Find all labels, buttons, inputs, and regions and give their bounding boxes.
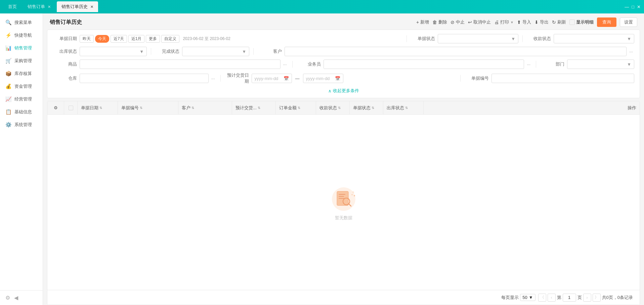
refresh-button[interactable]: ↻ 刷新 [552,19,566,25]
date-btn-today[interactable]: 今天 [95,35,109,43]
query-button[interactable]: 查询 [597,17,616,27]
salesman-select[interactable] [324,60,524,69]
th-date[interactable]: 单据日期 ⇅ [78,101,118,114]
th-amount-label: 订单金额 [279,105,297,111]
th-number[interactable]: 单据编号 ⇅ [118,101,178,114]
toolbar: + 新增 🗑 删除 ⊘ 中止 ↩ 取消中止 🖨 打印 [416,17,637,27]
department-dropdown-icon: ▼ [627,62,631,67]
department-select[interactable]: ▼ [567,60,634,69]
prev-page-button[interactable]: ‹ [548,294,556,302]
sidebar-item-system[interactable]: ⚙️ 系统管理 [0,118,43,131]
sidebar: 🔍 搜索菜单 ⚡ 快捷导航 📊 销售管理 🛒 采购管理 📦 库存核算 💰 资金管… [0,13,43,305]
th-bill-status-sort-icon[interactable]: ⇅ [372,106,374,110]
date-filter-label: 单据日期 [53,36,80,42]
show-detail-toggle[interactable]: 显示明细 [569,19,594,25]
date-btn-custom[interactable]: 自定义 [161,35,179,43]
date-btn-more[interactable]: 更多 [146,35,160,43]
cancel-stop-button[interactable]: ↩ 取消中止 [468,19,491,25]
date-btn-yesterday[interactable]: 昨天 [80,35,94,43]
th-settings[interactable]: ⚙ [47,101,64,114]
bill-number-input[interactable] [491,74,634,83]
th-bill-status[interactable]: 单据状态 ⇅ [350,101,383,114]
sidebar-settings-icon[interactable]: ⚙ [5,295,10,301]
sidebar-collapse-icon[interactable]: ◀ [14,295,18,301]
sidebar-item-basic-info[interactable]: 📋 基础信息 [0,106,43,118]
table-header: ⚙ 单据日期 ⇅ 单据编号 ⇅ 客户 ⇅ 预计交货... [47,101,640,115]
add-button[interactable]: + 新增 [416,19,429,25]
tab-sales-order-close[interactable]: ✕ [48,5,51,9]
settings-gear-icon[interactable]: ⚙ [54,105,58,110]
sidebar-item-inventory[interactable]: 📦 库存核算 [0,67,43,80]
tab-sales-order-history-close[interactable]: ✕ [90,5,93,9]
calendar-to-icon[interactable]: 📅 [335,76,340,81]
tab-sales-order[interactable]: 销售订单 ✕ [23,1,55,12]
th-pay-status[interactable]: 收款状态 ⇅ [316,101,350,114]
th-delivery-sort-icon[interactable]: ⇅ [258,106,260,110]
warehouse-select[interactable] [80,74,209,83]
add-label: 新增 [420,19,429,25]
sidebar-item-finance[interactable]: 💰 资金管理 [0,80,43,93]
bill-status-select[interactable]: ▼ [438,34,518,43]
customer-ellipsis[interactable]: ··· [628,49,634,54]
th-check[interactable] [64,101,78,114]
delivery-date-from[interactable]: yyyy-mm-dd 📅 [252,74,292,83]
sidebar-item-operations[interactable]: 📈 经营管理 [0,93,43,106]
sidebar-item-basic-info-label: 基础信息 [14,109,32,115]
minimize-icon[interactable]: — [625,4,629,9]
sidebar-item-sales[interactable]: 📊 销售管理 [0,42,43,54]
th-amount[interactable]: 订单金额 ⇅ [276,101,316,114]
sidebar-item-purchase[interactable]: 🛒 采购管理 [0,54,43,67]
select-all-checkbox[interactable] [69,106,73,110]
first-page-button[interactable]: 《 [538,294,546,302]
export-button[interactable]: ⬇ 导出 [534,19,549,25]
th-number-sort-icon[interactable]: ⇅ [140,106,142,110]
delivery-date-to[interactable]: yyyy-mm-dd 📅 [303,74,343,83]
empty-text: 暂无数据 [335,215,352,221]
pay-status-select[interactable]: ▼ [554,34,634,43]
collapse-button[interactable]: ∧ 收起更多条件 [53,88,634,94]
th-amount-sort-icon[interactable]: ⇅ [298,106,300,110]
out-status-select[interactable]: ▼ [80,47,147,56]
calendar-from-icon[interactable]: 📅 [284,76,289,81]
th-date-sort-icon[interactable]: ⇅ [99,106,102,110]
th-out-status[interactable]: 出库状态 ⇅ [383,101,424,114]
date-btn-1month[interactable]: 近1月 [128,35,145,43]
warehouse-ellipsis[interactable]: ··· [210,76,216,81]
th-delivery[interactable]: 预计交货... ⇅ [232,101,276,114]
filter-row-4: 仓库 ··· 预计交货日期 yyyy-mm-dd 📅 — yy [53,72,634,84]
sidebar-item-search-menu[interactable]: 🔍 搜索菜单 [0,16,43,29]
th-out-status-sort-icon[interactable]: ⇅ [405,106,408,110]
delete-button[interactable]: 🗑 删除 [432,19,447,25]
delivery-date-control: yyyy-mm-dd 📅 — yyyy-mm-dd 📅 [252,74,457,83]
stop-button[interactable]: ⊘ 中止 [450,19,465,25]
salesman-ellipsis[interactable]: ··· [525,62,532,67]
divider-6 [536,61,536,68]
th-number-label: 单据编号 [121,105,139,111]
date-btn-7days[interactable]: 近7天 [111,35,127,43]
content: 销售订单历史 + 新增 🗑 删除 ⊘ 中止 ↩ 取消中止 [43,13,644,305]
divider-1 [406,35,407,42]
last-page-button[interactable]: 》 [593,294,601,302]
th-pay-status-sort-icon[interactable]: ⇅ [338,106,341,110]
print-button[interactable]: 🖨 打印 ▼ [494,19,514,25]
maximize-icon[interactable]: □ [632,4,634,9]
th-customer[interactable]: 客户 ⇅ [178,101,232,114]
refresh-icon: ↻ [552,20,556,25]
complete-status-select[interactable]: ▼ [182,47,249,56]
divider-4 [253,48,254,55]
goods-ellipsis[interactable]: ··· [282,62,288,67]
goods-select[interactable] [80,60,281,69]
th-customer-sort-icon[interactable]: ⇅ [191,106,194,110]
show-detail-checkbox[interactable] [569,20,575,25]
customer-select[interactable] [285,47,627,56]
import-button[interactable]: ⬆ 导入 [517,19,531,25]
sidebar-item-quick-nav[interactable]: ⚡ 快捷导航 [0,29,43,42]
tab-home[interactable]: 首页 [3,1,22,12]
tab-sales-order-history[interactable]: 销售订单历史 ✕ [57,1,98,12]
page-number-input[interactable] [563,294,576,302]
settings-button[interactable]: 设置 [620,17,637,27]
close-icon[interactable]: ✕ [637,4,641,9]
next-page-button[interactable]: › [583,294,591,302]
sales-icon: 📊 [5,45,12,51]
page-size-select[interactable]: 50 ▼ [520,294,535,301]
